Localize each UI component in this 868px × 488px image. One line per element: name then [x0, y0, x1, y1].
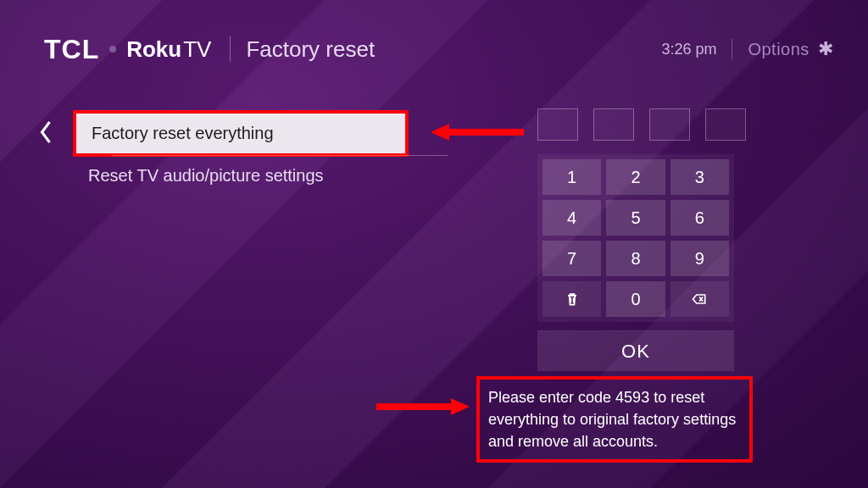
- asterisk-icon: ✱: [813, 38, 834, 59]
- ok-label: OK: [621, 341, 650, 363]
- annotation-arrow-1: [431, 124, 524, 141]
- menu-item-label: Factory reset everything: [92, 124, 274, 142]
- key-5[interactable]: 5: [606, 200, 665, 236]
- pin-digit-2[interactable]: [593, 108, 634, 141]
- trash-icon: [564, 291, 581, 308]
- key-0[interactable]: 0: [606, 281, 665, 317]
- key-label: 6: [695, 208, 704, 228]
- key-label: 5: [631, 208, 640, 228]
- key-backspace[interactable]: [670, 281, 729, 317]
- options-button[interactable]: Options ✱: [748, 38, 834, 60]
- key-label: 9: [695, 249, 704, 269]
- backspace-icon: [691, 291, 708, 308]
- header-bar: TCL RokuTV Factory reset 3:26 pm Options…: [44, 32, 834, 66]
- menu-item-factory-reset-everything[interactable]: Factory reset everything: [73, 110, 409, 157]
- menu-item-reset-audio-picture[interactable]: Reset TV audio/picture settings: [73, 156, 409, 197]
- header-divider-2: [732, 39, 732, 59]
- pin-digit-1[interactable]: [537, 108, 578, 141]
- key-8[interactable]: 8: [606, 241, 665, 276]
- pin-entry: [537, 108, 746, 141]
- annotation-arrow-2: [376, 398, 470, 415]
- key-4[interactable]: 4: [542, 200, 601, 236]
- ok-button[interactable]: OK: [537, 330, 734, 371]
- key-1[interactable]: 1: [542, 159, 601, 195]
- brand-logo: TCL RokuTV: [44, 34, 211, 65]
- svg-marker-0: [431, 124, 524, 141]
- key-clear[interactable]: [542, 281, 601, 317]
- back-button[interactable]: [34, 115, 58, 149]
- key-6[interactable]: 6: [670, 200, 729, 236]
- numeric-keypad: 1 2 3 4 5 6 7 8 9 0: [537, 154, 734, 322]
- key-2[interactable]: 2: [606, 159, 665, 195]
- options-label: Options: [748, 40, 809, 58]
- header-divider: [230, 36, 231, 62]
- key-label: 0: [631, 290, 640, 309]
- key-label: 3: [695, 168, 704, 187]
- clock: 3:26 pm: [661, 41, 716, 58]
- key-label: 7: [567, 249, 576, 269]
- header-right: 3:26 pm Options ✱: [661, 38, 834, 60]
- instruction-text: Please enter code 4593 to reset everythi…: [476, 376, 753, 463]
- brand-roku-tv: RokuTV: [126, 36, 211, 63]
- arrow-left-icon: [431, 124, 524, 141]
- brand-dot-icon: [109, 46, 116, 53]
- key-label: 4: [567, 208, 576, 228]
- key-9[interactable]: 9: [670, 241, 729, 276]
- key-label: 1: [567, 168, 576, 187]
- menu-item-label: Reset TV audio/picture settings: [88, 166, 324, 185]
- key-7[interactable]: 7: [542, 241, 601, 276]
- pin-digit-4[interactable]: [705, 108, 746, 141]
- chevron-left-icon: [38, 119, 53, 145]
- arrow-right-icon: [376, 398, 470, 415]
- key-3[interactable]: 3: [670, 159, 729, 195]
- pin-digit-3[interactable]: [649, 108, 690, 141]
- instruction-label: Please enter code 4593 to reset everythi…: [488, 389, 736, 450]
- brand-roku: Roku: [126, 36, 181, 62]
- key-label: 8: [631, 249, 640, 269]
- svg-marker-1: [376, 398, 470, 415]
- brand-tcl: TCL: [44, 34, 99, 65]
- settings-menu: Factory reset everything Reset TV audio/…: [34, 110, 441, 197]
- key-label: 2: [631, 168, 640, 187]
- brand-tv: TV: [183, 36, 211, 62]
- page-title: Factory reset: [246, 36, 375, 63]
